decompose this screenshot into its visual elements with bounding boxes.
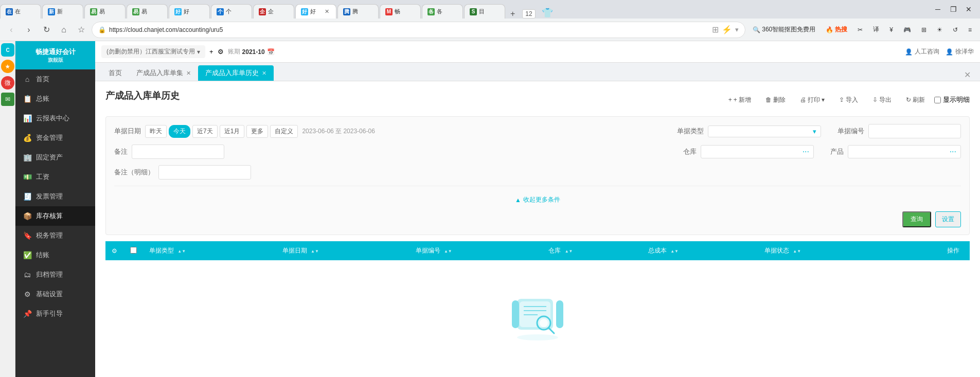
browser-tab-11[interactable]: 各 各 (422, 4, 463, 19)
type-select[interactable]: ▾ (708, 125, 821, 137)
page-tab-history[interactable]: 产成品入库单历史 ✕ (198, 65, 274, 81)
home-button[interactable]: ⌂ (57, 23, 71, 37)
th-number[interactable]: 单据编号 ▲▼ (409, 241, 543, 260)
sidebar-extra-1[interactable]: ★ (1, 60, 14, 73)
number-input[interactable] (868, 124, 961, 138)
tab-close-8[interactable]: ✕ (323, 8, 331, 16)
nav-item-tax[interactable]: 🔖 税务管理 (15, 226, 95, 245)
collapse-button[interactable]: ▲ 收起更多条件 (507, 192, 568, 207)
custom-btn[interactable]: 自定义 (270, 125, 298, 138)
import-btn[interactable]: ⇪ 导入 (834, 93, 863, 107)
show-detail-checkbox[interactable] (934, 97, 941, 103)
game-button[interactable]: 🎮 (899, 24, 915, 35)
query-button[interactable]: 查询 (902, 211, 931, 227)
dropdown-icon[interactable]: ▾ (735, 26, 739, 33)
print-btn[interactable]: 🖨 打印 ▾ (795, 93, 830, 107)
search-360-button[interactable]: 🔍 360智能抠图免费用 (749, 23, 819, 36)
address-bar[interactable]: 🔒 https://cloud.chanjet.com/accounting/u… (92, 22, 745, 38)
night-button[interactable]: ☀ (933, 24, 947, 35)
user-profile-btn[interactable]: 👤 徐泽华 (946, 47, 974, 56)
new-btn[interactable]: + + 新增 (723, 93, 756, 107)
th-status[interactable]: 单据状态 ▲▼ (758, 241, 892, 260)
nav-item-invoice-label: 发票管理 (36, 192, 63, 201)
nav-item-assets[interactable]: 🏢 固定资产 (15, 148, 95, 167)
translate-button[interactable]: 译 (869, 23, 883, 36)
close-button[interactable]: ✕ (961, 2, 976, 16)
th-gear[interactable]: ⚙ (105, 241, 124, 260)
hot-search-button[interactable]: 🔥 热搜 (822, 23, 851, 36)
close-all-tabs-btn[interactable]: ✕ (961, 69, 974, 81)
browser-tab-8[interactable]: 好 好 ✕ (295, 4, 336, 19)
more-button[interactable]: ≡ (964, 24, 976, 35)
warehouse-dots[interactable]: ··· (803, 147, 809, 156)
browser-tab-1[interactable]: 在 在 (0, 4, 41, 19)
page-tab-history-close[interactable]: ✕ (262, 70, 266, 77)
page-tab-list[interactable]: 产成品入库单集 ✕ (129, 65, 198, 81)
browser-tab-6[interactable]: 个 个 (211, 4, 252, 19)
page-tab-home[interactable]: 首页 (101, 65, 129, 81)
settings-nav-icon: ⚙ (23, 290, 32, 298)
delete-btn[interactable]: 🗑 删除 (760, 93, 791, 107)
add-company-btn[interactable]: + (209, 48, 213, 56)
nav-item-salary[interactable]: 💵 工资 (15, 167, 95, 187)
nav-item-guide[interactable]: 📌 新手引导 (15, 304, 95, 324)
gear-th-icon[interactable]: ⚙ (112, 247, 117, 255)
nav-item-invoice[interactable]: 🧾 发票管理 (15, 187, 95, 206)
nav-item-archive[interactable]: 🗂 归档管理 (15, 265, 95, 284)
today-btn[interactable]: 今天 (169, 125, 190, 138)
product-select[interactable]: ··· (848, 145, 961, 158)
browser-tab-12[interactable]: S 目 (464, 4, 505, 19)
browser-tab-5[interactable]: 好 好 (169, 4, 210, 19)
nav-item-ledger[interactable]: 📋 总账 (15, 89, 95, 109)
nav-item-inventory[interactable]: 📦 库存核算 (15, 206, 95, 226)
settings-company-btn[interactable]: ⚙ (218, 48, 224, 56)
company-selector[interactable]: (勿删勿禁用）江西服宝测试专用 ▾ (101, 45, 205, 58)
nav-item-home[interactable]: ⌂ 首页 (15, 69, 95, 89)
export-btn[interactable]: ⇩ 导出 (867, 93, 897, 107)
product-dots[interactable]: ··· (950, 147, 956, 156)
select-all-checkbox[interactable] (130, 247, 137, 254)
th-warehouse[interactable]: 仓库 ▲▼ (542, 241, 642, 260)
bookmark-button[interactable]: ☆ (74, 23, 88, 37)
1month-btn[interactable]: 近1月 (220, 125, 245, 138)
refresh-btn[interactable]: ↻ 刷新 (901, 93, 930, 107)
remark-input[interactable] (132, 145, 224, 159)
nav-item-close[interactable]: ✅ 结账 (15, 245, 95, 265)
warehouse-select[interactable]: ··· (701, 145, 814, 158)
yuan-button[interactable]: ¥ (885, 24, 897, 35)
nav-item-report[interactable]: 📊 云报表中心 (15, 109, 95, 128)
detail-remark-input[interactable] (158, 165, 251, 179)
minimize-button[interactable]: ─ (931, 2, 945, 16)
page-tab-list-close[interactable]: ✕ (186, 70, 191, 77)
sidebar-extra-3[interactable]: ✉ (1, 93, 14, 106)
user-service-btn[interactable]: 👤 人工咨询 (905, 47, 939, 56)
settings-button[interactable]: 设置 (935, 211, 961, 227)
inventory-nav-icon: 📦 (23, 212, 32, 220)
th-check[interactable] (124, 241, 143, 260)
calendar-icon[interactable]: 📅 (267, 48, 275, 56)
browser-tab-7[interactable]: 企 企 (253, 4, 294, 19)
nav-item-settings[interactable]: ⚙ 基础设置 (15, 284, 95, 304)
maximize-button[interactable]: ❐ (946, 2, 960, 16)
more-btn[interactable]: 更多 (246, 125, 268, 138)
browser-tab-3[interactable]: 易 易 (84, 4, 126, 19)
7days-btn[interactable]: 近7天 (192, 125, 218, 138)
th-type[interactable]: 单据类型 ▲▼ (143, 241, 276, 260)
browser-tab-9[interactable]: 腾 腾 (337, 4, 379, 19)
th-cost[interactable]: 总成本 ▲▼ (642, 241, 758, 260)
browser-tab-4[interactable]: 易 易 (127, 4, 168, 19)
undo-button[interactable]: ↺ (949, 24, 962, 35)
sidebar-extra-2[interactable]: 微 (1, 76, 14, 89)
back-button[interactable]: ‹ (4, 23, 19, 37)
apps-button[interactable]: ⊞ (917, 24, 931, 35)
app-logo-icon[interactable]: C (1, 43, 14, 57)
scissors-button[interactable]: ✂ (853, 24, 867, 35)
refresh-button[interactable]: ↻ (39, 23, 54, 37)
forward-button[interactable]: › (22, 23, 36, 37)
new-tab-button[interactable]: + (506, 9, 519, 19)
th-date[interactable]: 单据日期 ▲▼ (276, 241, 409, 260)
browser-tab-2[interactable]: 新 新 (42, 4, 83, 19)
browser-tab-10[interactable]: M 畅 (380, 4, 421, 19)
yesterday-btn[interactable]: 昨天 (145, 125, 167, 138)
nav-item-fund[interactable]: 💰 资金管理 (15, 128, 95, 148)
